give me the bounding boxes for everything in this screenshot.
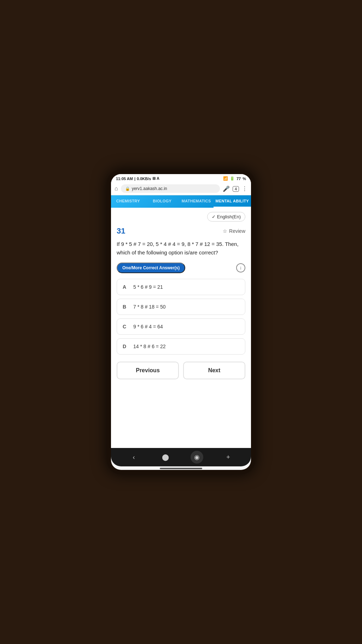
language-selector: ✓ English(En) <box>117 212 245 222</box>
tab-chemistry[interactable]: CHEMISTRY <box>111 195 145 208</box>
recent-apps-button[interactable]: ◉ <box>191 451 203 464</box>
network-speed: | <box>134 177 135 181</box>
question-number: 31 <box>117 226 125 236</box>
battery-level: 77 <box>237 177 241 181</box>
menu-icon[interactable]: ⋮ <box>242 185 247 192</box>
review-button[interactable]: ☆ Review <box>223 228 245 234</box>
status-bar: 11:05 AM | 0.0KB/s ⊞ A 📶 🔋 77 % <box>111 174 251 182</box>
question-header: 31 ☆ Review <box>117 226 245 236</box>
add-button[interactable]: + <box>222 451 235 464</box>
option-c-label: C <box>123 324 129 329</box>
home-icon[interactable]: ⌂ <box>115 185 118 192</box>
chevron-down-icon: ✓ <box>212 214 216 219</box>
tab-mathematics[interactable]: MATHEMATICS <box>179 195 214 208</box>
tab-biology[interactable]: BIOLOGY <box>145 195 180 208</box>
option-d[interactable]: D 14 * 8 # 6 = 22 <box>117 338 245 355</box>
answer-type-row: One/More Correct Answer(s) i <box>117 263 245 273</box>
battery-percent: % <box>243 177 246 181</box>
option-b-label: B <box>123 304 129 310</box>
tab-count: 4 <box>233 186 239 192</box>
mic-icon[interactable]: 🎤 <box>223 185 230 192</box>
back-button[interactable]: ‹ <box>128 451 140 464</box>
content-area: ✓ English(En) 31 ☆ Review If 9 * 5 # 7 =… <box>111 208 251 448</box>
option-a-label: A <box>123 284 129 290</box>
options-list: A 5 * 6 # 9 = 21 B 7 * 8 # 18 = 50 C 9 *… <box>117 279 245 355</box>
navigation-buttons: Previous Next <box>117 362 245 379</box>
option-d-label: D <box>123 344 129 349</box>
lock-icon: 🔒 <box>125 186 130 191</box>
url-text: yerv1.aakash.ac.in <box>132 186 167 191</box>
signal-strength: 📶 <box>223 176 228 181</box>
info-icon[interactable]: i <box>236 263 245 272</box>
url-bar[interactable]: 🔒 yerv1.aakash.ac.in <box>121 184 220 193</box>
network-data: 0.0KB/s <box>137 177 151 181</box>
home-indicator <box>160 468 202 469</box>
browser-bar: ⌂ 🔒 yerv1.aakash.ac.in 🎤 4 ⋮ <box>111 182 251 195</box>
question-text: If 9 * 5 # 7 = 20, 5 * 4 # 4 = 9, 8 * 7 … <box>117 240 245 257</box>
option-a[interactable]: A 5 * 6 # 9 = 21 <box>117 279 245 295</box>
option-b-text: 7 * 8 # 18 = 50 <box>133 304 165 310</box>
status-left: 11:05 AM | 0.0KB/s ⊞ A <box>116 176 159 181</box>
star-icon: ☆ <box>223 228 227 234</box>
next-button[interactable]: Next <box>183 362 245 379</box>
tab-mental-ability[interactable]: MENTAL ABILITY <box>214 195 251 208</box>
option-a-text: 5 * 6 # 9 = 21 <box>133 284 163 290</box>
language-label: English(En) <box>217 214 241 219</box>
previous-button[interactable]: Previous <box>117 362 179 379</box>
home-button[interactable]: ⬤ <box>159 451 172 464</box>
status-right: 📶 🔋 77 % <box>223 176 246 181</box>
review-label: Review <box>229 228 245 234</box>
subject-tabs: CHEMISTRY BIOLOGY MATHEMATICS MENTAL ABI… <box>111 195 251 208</box>
bottom-nav-bar: ‹ ⬤ ◉ + <box>111 448 251 466</box>
answer-type-badge[interactable]: One/More Correct Answer(s) <box>117 263 185 273</box>
option-b[interactable]: B 7 * 8 # 18 = 50 <box>117 299 245 315</box>
option-d-text: 14 * 8 # 6 = 22 <box>133 344 165 349</box>
language-button[interactable]: ✓ English(En) <box>207 212 245 222</box>
option-c[interactable]: C 9 * 6 # 4 = 64 <box>117 318 245 335</box>
battery-icon: 🔋 <box>230 176 235 181</box>
time-display: 11:05 AM <box>116 177 133 181</box>
tab-count-btn[interactable]: 4 <box>233 185 239 192</box>
option-c-text: 9 * 6 # 4 = 64 <box>133 324 163 329</box>
signal-icons: ⊞ A <box>152 176 159 181</box>
